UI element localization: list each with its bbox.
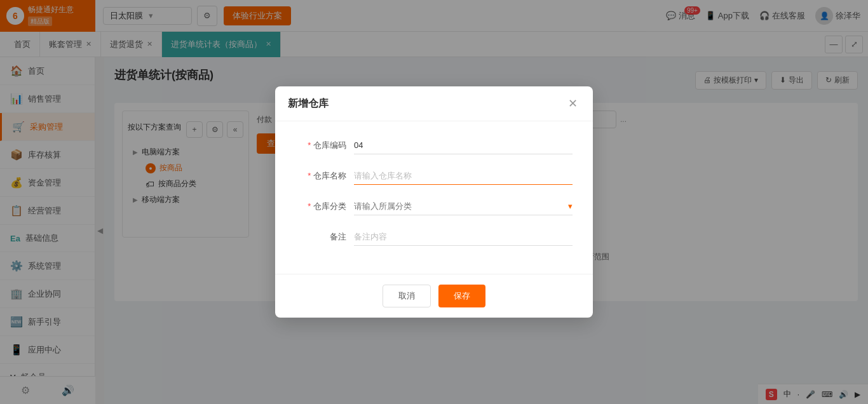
modal-title: 新增仓库 xyxy=(288,97,566,111)
warehouse-remark-input[interactable] xyxy=(354,228,573,246)
add-warehouse-modal: 新增仓库 ✕ 仓库编码 仓库名称 仓库分类 ▾ xyxy=(275,86,593,318)
warehouse-name-label: 仓库名称 xyxy=(295,170,346,182)
warehouse-name-row: 仓库名称 xyxy=(295,167,573,185)
warehouse-category-label: 仓库分类 xyxy=(295,201,346,212)
warehouse-category-input[interactable] xyxy=(354,198,568,215)
warehouse-code-row: 仓库编码 xyxy=(295,137,573,154)
cancel-button[interactable]: 取消 xyxy=(383,285,431,307)
warehouse-code-input[interactable] xyxy=(354,137,573,154)
warehouse-name-input[interactable] xyxy=(354,167,573,185)
modal-body: 仓库编码 仓库名称 仓库分类 ▾ 备注 xyxy=(275,121,593,274)
category-dropdown-icon[interactable]: ▾ xyxy=(568,201,573,211)
modal-footer: 取消 保存 xyxy=(275,274,593,318)
save-button[interactable]: 保存 xyxy=(438,285,485,307)
warehouse-category-row: 仓库分类 ▾ xyxy=(295,198,573,215)
warehouse-remark-label: 备注 xyxy=(295,231,346,243)
warehouse-code-label: 仓库编码 xyxy=(295,140,346,151)
warehouse-remark-row: 备注 xyxy=(295,228,573,246)
warehouse-category-select-row: ▾ xyxy=(354,198,573,215)
modal-overlay: 新增仓库 ✕ 仓库编码 仓库名称 仓库分类 ▾ xyxy=(0,0,868,404)
modal-close-button[interactable]: ✕ xyxy=(566,97,580,111)
modal-header: 新增仓库 ✕ xyxy=(275,86,593,121)
